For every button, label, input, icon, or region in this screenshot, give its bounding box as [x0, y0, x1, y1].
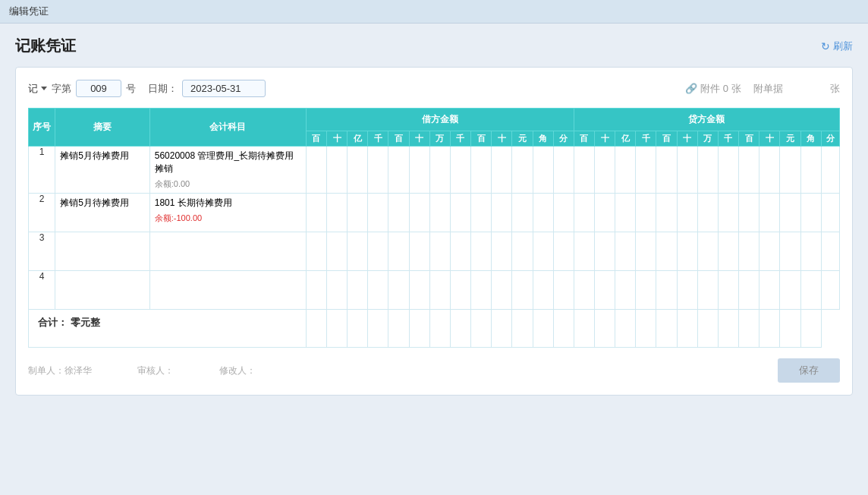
voucher-type-value: 记: [28, 82, 38, 96]
seq-cell: 4: [29, 271, 55, 310]
main-content: 记账凭证 ↻ 刷新 记 字第 号 日期： 🔗: [0, 24, 868, 494]
credit-d13[interactable]: [821, 147, 839, 194]
th-summary: 摘要: [55, 109, 150, 147]
debit-d6[interactable]: [409, 194, 429, 232]
debit-d4[interactable]: [368, 194, 388, 232]
th-credit: 贷方金额: [574, 109, 839, 131]
debit-d13[interactable]: [553, 147, 574, 194]
account-cell[interactable]: 56020008 管理费用_长期待摊费用摊销 余额:0.00: [149, 147, 306, 194]
credit-d6[interactable]: [677, 194, 697, 232]
chevron-down-icon: [41, 87, 47, 90]
debit-d1[interactable]: [306, 194, 326, 232]
debit-d4[interactable]: [368, 147, 388, 194]
credit-d12[interactable]: [800, 147, 821, 194]
credit-d9[interactable]: [739, 194, 760, 232]
credit-d10[interactable]: [760, 147, 780, 194]
debit-d11[interactable]: [512, 147, 533, 194]
debit-d1[interactable]: [306, 147, 326, 194]
account-text: 1801 长期待摊费用: [155, 197, 301, 210]
debit-d2[interactable]: [326, 194, 347, 232]
credit-d2[interactable]: [594, 147, 615, 194]
th-c-yi1: 亿: [615, 131, 636, 147]
summary-cell[interactable]: [55, 271, 150, 310]
credit-d4[interactable]: [636, 194, 656, 232]
date-field: 日期：: [148, 80, 266, 97]
credit-d1[interactable]: [574, 147, 594, 194]
credit-d3[interactable]: [615, 194, 636, 232]
attachment-link[interactable]: 🔗 附件 0 张: [685, 82, 741, 96]
debit-d2[interactable]: [326, 147, 347, 194]
voucher-number-input[interactable]: [76, 80, 121, 97]
account-cell[interactable]: 1801 长期待摊费用 余额:-100.00: [149, 194, 306, 232]
credit-d4[interactable]: [636, 147, 656, 194]
debit-d3[interactable]: [348, 147, 368, 194]
summary-cell[interactable]: [55, 232, 150, 271]
debit-d9[interactable]: [471, 147, 492, 194]
maker-label: 制单人：徐泽华: [28, 364, 92, 377]
date-label: 日期：: [148, 82, 178, 96]
save-button[interactable]: 保存: [778, 358, 840, 383]
th-c-qian1: 千: [636, 131, 656, 147]
credit-d2[interactable]: [594, 194, 615, 232]
credit-d12[interactable]: [800, 194, 821, 232]
th-d-bai1: 百: [306, 131, 326, 147]
credit-d11[interactable]: [780, 147, 800, 194]
debit-d13[interactable]: [553, 194, 574, 232]
zi-di-label: 字第: [52, 82, 71, 96]
date-input[interactable]: [182, 80, 266, 97]
credit-d6[interactable]: [677, 147, 697, 194]
debit-d10[interactable]: [492, 147, 512, 194]
credit-d10[interactable]: [760, 194, 780, 232]
hao-label: 号: [126, 82, 136, 96]
credit-d9[interactable]: [739, 147, 760, 194]
seq-cell: 3: [29, 232, 55, 271]
account-cell[interactable]: [149, 271, 306, 310]
credit-d5[interactable]: [656, 147, 677, 194]
debit-d3[interactable]: [348, 194, 368, 232]
reviewer-label: 审核人：: [137, 364, 174, 377]
debit-d8[interactable]: [450, 194, 470, 232]
refresh-label: 刷新: [833, 39, 853, 53]
form-row: 记 字第 号 日期： 🔗 附件 0 张 附单据 张: [28, 80, 840, 97]
debit-d10[interactable]: [492, 194, 512, 232]
balance-text-red: 余额:-100.00: [155, 213, 301, 224]
debit-d7[interactable]: [429, 194, 450, 232]
credit-d1[interactable]: [574, 194, 594, 232]
table-row: 1 摊销5月待摊费用 56020008 管理费用_长期待摊费用摊销 余额:0.0…: [29, 147, 840, 194]
th-c-shi1: 十: [594, 131, 615, 147]
credit-d11[interactable]: [780, 194, 800, 232]
balance-text: 余额:0.00: [155, 178, 301, 190]
refresh-button[interactable]: ↻ 刷新: [821, 39, 853, 53]
summary-cell[interactable]: 摊销5月待摊费用: [55, 194, 150, 232]
credit-d8[interactable]: [718, 194, 738, 232]
debit-d12[interactable]: [533, 147, 553, 194]
credit-d5[interactable]: [656, 194, 677, 232]
debit-d7[interactable]: [429, 147, 450, 194]
debit-d1[interactable]: [306, 232, 326, 271]
total-label: 合计：: [38, 317, 68, 328]
account-cell[interactable]: [149, 232, 306, 271]
credit-d7[interactable]: [697, 147, 718, 194]
seq-cell: 1: [29, 147, 55, 194]
credit-d13[interactable]: [821, 194, 839, 232]
th-c-yuan1: 元: [780, 131, 800, 147]
zhang-label: 张: [830, 82, 840, 96]
credit-d3[interactable]: [615, 147, 636, 194]
debit-d6[interactable]: [409, 147, 429, 194]
credit-d8[interactable]: [718, 147, 738, 194]
debit-d8[interactable]: [450, 147, 470, 194]
debit-d5[interactable]: [388, 194, 409, 232]
seq-cell: 2: [29, 194, 55, 232]
refresh-icon: ↻: [821, 40, 830, 52]
voucher-type-button[interactable]: 记: [28, 82, 47, 96]
th-c-qian2: 千: [718, 131, 738, 147]
zhang-input[interactable]: [795, 82, 818, 95]
debit-d11[interactable]: [512, 194, 533, 232]
credit-d7[interactable]: [697, 194, 718, 232]
debit-d5[interactable]: [388, 147, 409, 194]
debit-d12[interactable]: [533, 194, 553, 232]
summary-cell[interactable]: 摊销5月待摊费用: [55, 147, 150, 194]
debit-d9[interactable]: [471, 194, 492, 232]
th-c-bai3: 百: [739, 131, 760, 147]
th-d-shi1: 十: [326, 131, 347, 147]
